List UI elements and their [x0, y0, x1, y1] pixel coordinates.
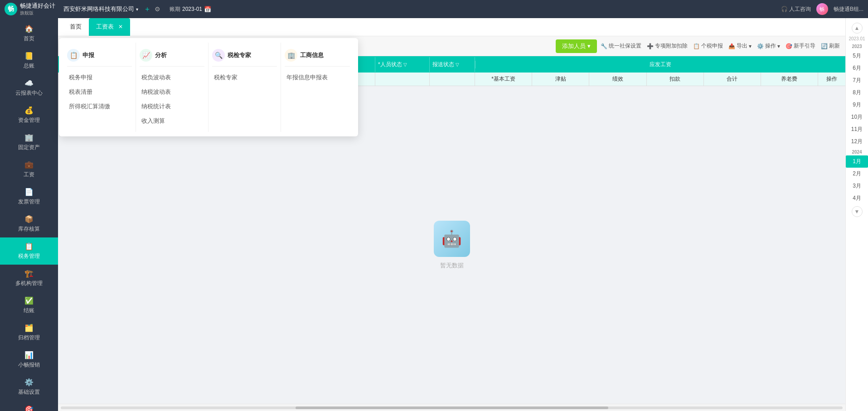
dropdown-menu: 📋 申报 税务申报 税表清册 所得税汇算清缴 📈 分析 税负波动表 纳税波动表 …: [59, 38, 358, 136]
bizinfo-icon: 🏢: [285, 49, 297, 62]
dropdown-section-analysis: 📈 分析 税负波动表 纳税波动表 纳税统计表 收入测算: [136, 43, 209, 132]
section-analysis-header: 📈 分析: [140, 46, 204, 67]
item-annual-report[interactable]: 年报信息申报表: [285, 70, 350, 85]
analysis-icon: 📈: [140, 49, 152, 62]
section-bizinfo-title: 工商信息: [300, 51, 324, 59]
item-tax-burden[interactable]: 税负波动表: [140, 70, 204, 85]
item-tax-movement[interactable]: 纳税波动表: [140, 85, 204, 99]
item-tax-declare[interactable]: 税务申报: [67, 70, 132, 85]
section-declaration-header: 📋 申报: [67, 46, 132, 67]
taxexpert-icon: 🔍: [212, 49, 225, 62]
dropdown-section-declaration: 📋 申报 税务申报 税表清册 所得税汇算清缴: [63, 43, 136, 132]
section-taxexpert-header: 🔍 税检专家: [212, 46, 277, 67]
item-income-calc[interactable]: 所得税汇算清缴: [67, 99, 132, 114]
item-tax-expert[interactable]: 税检专家: [212, 70, 277, 85]
item-tax-stats[interactable]: 纳税统计表: [140, 99, 204, 114]
dropdown-section-bizinfo: 🏢 工商信息 年报信息申报表: [281, 43, 354, 132]
section-declaration-title: 申报: [82, 51, 94, 59]
item-tax-table[interactable]: 税表清册: [67, 85, 132, 99]
section-analysis-title: 分析: [155, 51, 167, 59]
section-bizinfo-header: 🏢 工商信息: [285, 46, 350, 67]
dropdown-section-taxexpert: 🔍 税检专家 税检专家: [209, 43, 281, 132]
item-income-browse[interactable]: 收入测算: [140, 114, 204, 128]
declaration-icon: 📋: [67, 49, 80, 62]
section-taxexpert-title: 税检专家: [228, 51, 251, 59]
